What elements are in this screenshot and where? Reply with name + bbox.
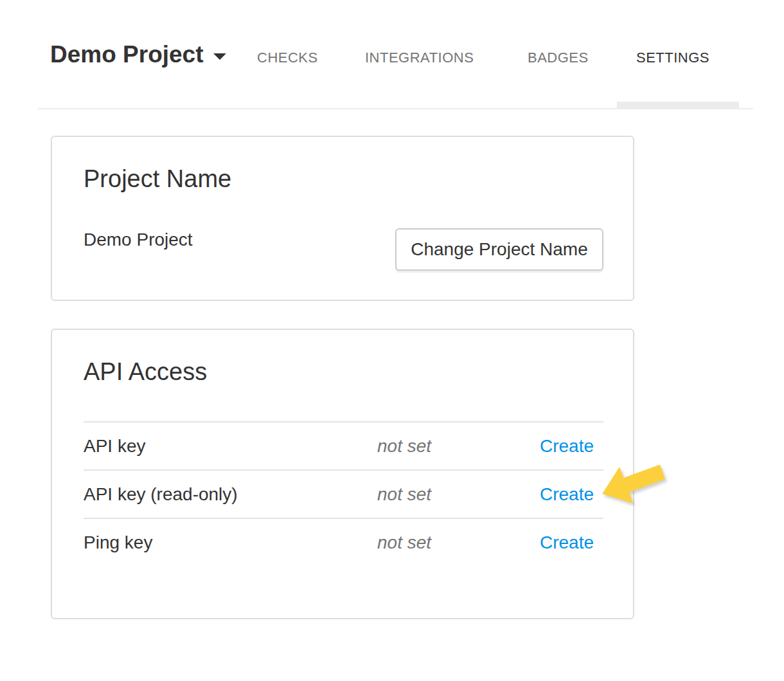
project-selector-dropdown[interactable]: Demo Project [50,42,226,66]
nav-divider [38,108,753,109]
create-ping-key-link[interactable]: Create [540,532,603,553]
row-label: Ping key [84,532,377,553]
row-label: API key [84,436,377,457]
change-project-name-button[interactable]: Change Project Name [395,228,603,271]
row-label: API key (read-only) [84,484,377,505]
current-project-name: Demo Project [84,231,193,249]
api-access-card: API Access API key not set Create API ke… [51,329,634,619]
create-api-key-link[interactable]: Create [540,436,603,457]
tab-badges[interactable]: BADGES [528,50,589,66]
tab-settings[interactable]: SETTINGS [636,50,709,66]
project-name-card-title: Project Name [84,167,231,191]
row-value: not set [377,436,540,457]
row-value: not set [377,532,540,553]
tab-integrations[interactable]: INTEGRATIONS [365,50,474,66]
chevron-down-icon [213,53,226,60]
tab-checks[interactable]: CHECKS [257,50,318,66]
api-keys-table: API key not set Create API key (read-onl… [84,421,603,566]
project-name-card: Project Name Demo Project Change Project… [51,136,634,301]
settings-page: Demo Project CHECKS INTEGRATIONS BADGES … [0,0,784,681]
table-row-api-key-read-only: API key (read-only) not set Create [84,469,603,518]
table-row-api-key: API key not set Create [84,421,603,469]
api-access-card-title: API Access [84,359,207,384]
table-row-ping-key: Ping key not set Create [84,518,603,566]
create-readonly-api-key-link[interactable]: Create [540,484,603,505]
project-selector-label: Demo Project [50,42,204,66]
row-value: not set [377,484,540,505]
